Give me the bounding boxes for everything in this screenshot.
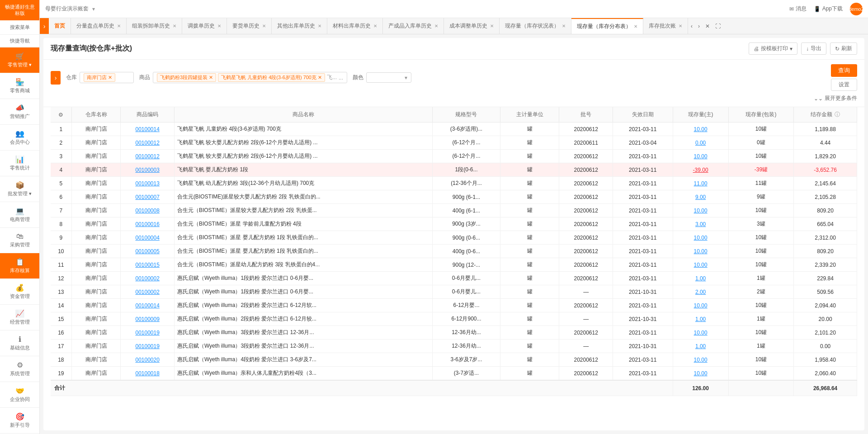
message-btn[interactable]: ✉ 消息 [789,5,807,13]
warehouse-tag-close[interactable]: ✕ [108,75,112,80]
tab-inventory-status-close[interactable]: ✕ [562,24,566,28]
cell-qty-main[interactable]: 10.00 [673,123,728,136]
cell-qty-main[interactable]: 11.00 [673,177,728,190]
query-btn[interactable]: 查询 [831,64,857,77]
product-tag-2-close[interactable]: ✕ [318,75,322,80]
tab-batch-invoice-close[interactable]: ✕ [679,24,682,28]
tab-nav-prev[interactable]: ‹ [688,18,695,34]
cell-qty-main[interactable]: 10.00 [673,231,728,245]
tab-split-order-close[interactable]: ✕ [173,24,176,28]
cell-code[interactable]: 00100019 [121,326,174,340]
col-settings[interactable]: ⚙ [51,107,71,123]
setting-btn[interactable]: 设置 [831,79,857,91]
tab-cost-adjust[interactable]: 成本调整单历史 ✕ [444,18,500,34]
sidebar-item-inventory[interactable]: 📋 库存核算 [0,253,39,279]
tab-req-order[interactable]: 要货单历史 ✕ [227,18,272,34]
export-btn[interactable]: ↓ 导出 [801,42,826,55]
search-menu[interactable]: 搜索菜单 [0,20,39,35]
tab-batch-invoice[interactable]: 库存批次账 ✕ [643,18,688,34]
app-download-btn[interactable]: 📱 App下载 [814,5,843,13]
sidebar-item-guide[interactable]: 🎯 新手引导 [0,408,39,434]
tab-pick-order[interactable]: 调拨单历史 ✕ [182,18,227,34]
breadcrumb-arrow[interactable]: ▾ [92,6,95,12]
cell-code[interactable]: 00100008 [121,204,174,217]
cell-code[interactable]: 00100016 [121,217,174,231]
sidebar-item-retail-stat[interactable]: 📊 零售统计 [0,151,39,176]
warehouse-tag-box[interactable]: 南岸门店 ✕ [80,72,134,83]
product-more-ellipsis[interactable]: ... [339,75,343,81]
cell-code[interactable]: 00100014 [121,123,174,136]
cell-qty-main[interactable]: -39.00 [673,163,728,177]
cell-code[interactable]: 00100012 [121,150,174,163]
cell-code[interactable]: 00100003 [121,163,174,177]
cell-code[interactable]: 00100015 [121,258,174,272]
cell-code[interactable]: 00100013 [121,177,174,190]
sidebar-item-ecommerce[interactable]: 💻 电商管理 [0,202,39,228]
tab-product-in[interactable]: 产成品入库单历史 ✕ [383,18,444,34]
tab-material-out[interactable]: 材料出库单历史 ✕ [327,18,383,34]
cell-code[interactable]: 00100009 [121,312,174,326]
cell-qty-main[interactable]: 10.00 [673,245,728,258]
user-avatar[interactable]: demo2 [850,3,863,15]
tab-split-inventory[interactable]: 分量盘点单历史 ✕ [71,18,127,34]
tab-req-order-close[interactable]: ✕ [262,24,266,28]
cell-qty-main[interactable]: 10.00 [673,367,728,381]
cell-qty-main[interactable]: 0.00 [673,136,728,150]
cell-qty-main[interactable]: 2.00 [673,285,728,299]
cell-code[interactable]: 00100014 [121,299,174,312]
product-tag-1-close[interactable]: ✕ [209,75,213,80]
tab-split-inventory-close[interactable]: ✕ [117,24,121,28]
refresh-btn[interactable]: ↻ 刷新 [830,42,857,55]
cell-qty-main[interactable]: 10.00 [673,326,728,340]
tab-inventory-dist[interactable]: 现存量（库存分布表） ✕ [571,18,643,34]
tab-expand-btn[interactable]: › [40,18,49,34]
tab-inventory-status[interactable]: 现存量（库存状况表） ✕ [500,18,571,34]
tab-product-in-close[interactable]: ✕ [434,24,438,28]
sidebar-item-member[interactable]: 👥 会员中心 [0,125,39,151]
sidebar-item-business[interactable]: 📈 经营管理 [0,305,39,330]
tab-other-out[interactable]: 其他出库单历史 ✕ [272,18,327,34]
sidebar-item-system[interactable]: ⚙ 系统管理 [0,356,39,382]
cell-qty-main[interactable]: 1.00 [673,272,728,285]
cell-code[interactable]: 00100020 [121,353,174,367]
sidebar-item-collab[interactable]: 🤝 企业协同 [0,382,39,408]
cell-code[interactable]: 00100018 [121,367,174,381]
sidebar-item-purchase[interactable]: 🛍 采购管理 [0,228,39,253]
sidebar-item-basic[interactable]: ℹ 基础信息 [0,330,39,356]
tab-cost-adjust-close[interactable]: ✕ [490,24,494,28]
expand-conditions-btn[interactable]: ⌄⌄ 展开更多条件 [814,94,857,102]
product-ellipsis[interactable]: 飞... [327,74,337,81]
cell-code[interactable]: 00100004 [121,231,174,245]
cell-qty-main[interactable]: 10.00 [673,150,728,163]
amount-info-icon[interactable]: ⓘ [835,111,840,118]
quick-nav[interactable]: 快捷导航 [0,35,39,47]
tab-pick-order-close[interactable]: ✕ [217,24,221,28]
tab-material-out-close[interactable]: ✕ [373,24,377,28]
sidebar-item-marketing[interactable]: 📣 营销推广 [0,99,39,125]
filter-expand-btn[interactable]: › [51,71,61,85]
sidebar-item-finance[interactable]: 💰 资金管理 [0,279,39,305]
cell-qty-main[interactable]: 10.00 [673,299,728,312]
cell-code[interactable]: 00100007 [121,190,174,204]
tab-inventory-dist-close[interactable]: ✕ [634,24,637,29]
cell-code[interactable]: 00100002 [121,272,174,285]
cell-qty-main[interactable]: 10.00 [673,204,728,217]
cell-qty-main[interactable]: 10.00 [673,258,728,272]
product-tag-box[interactable]: 飞鹤奶粉3段四罐提装 ✕ 飞鹤星飞帆 儿童奶粉 4段(3-6岁适用) 700克 … [153,72,347,83]
tab-close-all[interactable]: ✕ [703,18,712,34]
tab-home[interactable]: 首页 [49,18,71,34]
cell-qty-main[interactable]: 1.00 [673,340,728,353]
sidebar-item-wholesale[interactable]: 📦 批发管理 ▾ [0,176,39,202]
sidebar-item-retail-shop[interactable]: 🏪 零售商城 [0,73,39,99]
tab-other-out-close[interactable]: ✕ [318,24,321,28]
color-select-box[interactable]: ▾ [366,72,411,83]
cell-qty-main[interactable]: 3.00 [673,217,728,231]
cell-code[interactable]: 00100002 [121,285,174,299]
cell-code[interactable]: 00100019 [121,340,174,353]
cell-code[interactable]: 00100012 [121,136,174,150]
tab-nav-next[interactable]: › [695,18,703,34]
tab-split-order[interactable]: 组装拆卸单历史 ✕ [127,18,182,34]
cell-qty-main[interactable]: 10.00 [673,353,728,367]
cell-code[interactable]: 00100005 [121,245,174,258]
cell-qty-main[interactable]: 1.00 [673,312,728,326]
